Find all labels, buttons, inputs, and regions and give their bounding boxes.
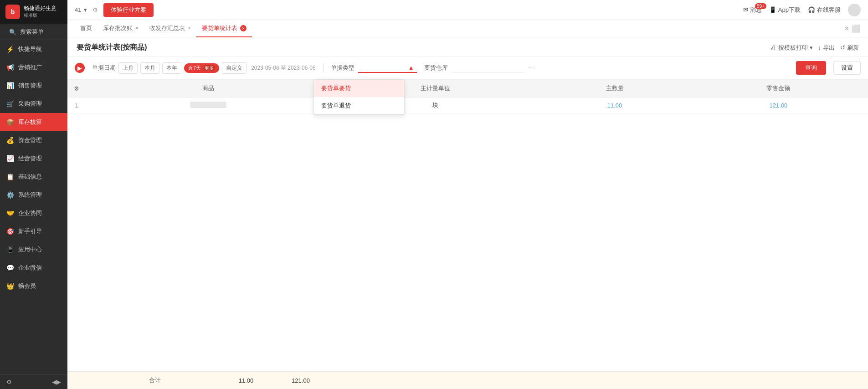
sidebar-item-vip[interactable]: 👑 畅会员: [0, 277, 67, 295]
search-icon: 🔍: [9, 29, 16, 36]
appstore-icon: 📱: [5, 245, 15, 254]
quick-nav-label: 快捷导航: [18, 45, 42, 53]
refresh-button[interactable]: ↺ 刷新: [840, 44, 859, 52]
col-settings[interactable]: ⚙: [67, 80, 86, 97]
store-dropdown-icon: ▾: [84, 6, 87, 13]
sidebar-item-wechat[interactable]: 💬 企业微信: [0, 259, 67, 277]
store-selector[interactable]: 41 ▾: [75, 6, 87, 13]
filter-divider-1: [323, 63, 324, 72]
purchase-label: 采购管理: [18, 100, 42, 108]
tab-order-stats[interactable]: 要货单统计表 ×: [196, 20, 252, 37]
sidebar-item-system[interactable]: ⚙️ 系统管理: [0, 186, 67, 204]
page-title: 要货单统计表(按商品): [77, 43, 147, 52]
finance-icon: 💰: [5, 136, 15, 145]
service-label: 在线客服: [817, 6, 841, 14]
app-download-label: App下载: [778, 6, 801, 14]
marketing-label: 营销推广: [18, 63, 42, 72]
app-icon: 📱: [769, 6, 776, 13]
row-quantity[interactable]: 11.00: [540, 97, 689, 113]
export-button[interactable]: ↓ 导出: [818, 44, 835, 52]
sidebar-item-inventory[interactable]: 📦 库存核算: [0, 113, 67, 131]
app-download[interactable]: 📱 App下载: [769, 6, 801, 14]
sidebar-search[interactable]: 🔍 搜索菜单: [0, 24, 67, 40]
sidebar-item-operations[interactable]: 📈 经营管理: [0, 149, 67, 168]
print-button[interactable]: 🖨 按模板打印 ▾: [770, 44, 813, 52]
warehouse-more-icon[interactable]: ···: [528, 64, 534, 72]
sidebar-collapse-icon[interactable]: ◀▶: [52, 379, 61, 385]
vip-label: 畅会员: [18, 282, 36, 290]
tab-batch-account[interactable]: 库存批次账 ×: [98, 20, 144, 37]
logo-subtitle: 标准版: [24, 12, 56, 19]
this-month-btn[interactable]: 本月: [140, 62, 159, 74]
warehouse-filter-group: 要货仓库 ···: [424, 63, 534, 72]
row-product: [86, 97, 331, 113]
sales-label: 销售管理: [18, 82, 42, 90]
tab-receive-summary-close[interactable]: ×: [188, 25, 191, 31]
guide-icon: 🎯: [5, 227, 15, 236]
custom-date-btn[interactable]: 自定义: [222, 62, 247, 74]
user-avatar[interactable]: [848, 4, 861, 16]
tab-close-all-icon[interactable]: ×: [845, 25, 849, 33]
print-dropdown-icon: ▾: [810, 44, 813, 51]
footer-total-label: 合计: [91, 376, 219, 384]
messages-badge[interactable]: ✉ 消息 99+: [743, 6, 762, 14]
col-quantity: 主数量: [540, 80, 689, 97]
filter-settings-button[interactable]: 设置: [833, 61, 861, 75]
data-table-area: ⚙ 商品 主计量单位 主数量 零售金额: [67, 80, 868, 371]
filter-toggle-btn[interactable]: ▶: [75, 63, 85, 73]
col-amount: 零售金额: [689, 80, 868, 97]
purchase-icon: 🛒: [5, 99, 15, 108]
last-month-btn[interactable]: 上月: [118, 62, 138, 74]
store-num: 41: [75, 6, 81, 13]
header-left: 41 ▾ ⚙ 体验行业方案: [75, 3, 154, 17]
dropdown-item-order-return[interactable]: 要货单退货: [314, 97, 404, 114]
tab-order-stats-label: 要货单统计表: [202, 24, 237, 32]
sidebar-settings-icon[interactable]: ⚙: [6, 379, 12, 385]
sidebar-item-purchase[interactable]: 🛒 采购管理: [0, 95, 67, 113]
date-range-text: 2023-05-06 至 2023-06-06: [251, 64, 315, 72]
operations-icon: 📈: [5, 154, 15, 163]
quick-nav-icon: ⚡: [5, 45, 15, 54]
tab-order-stats-close[interactable]: ×: [240, 25, 247, 31]
sidebar-item-basic[interactable]: 📋 基础信息: [0, 168, 67, 186]
dropdown-item-order-goods-label: 要货单要货: [321, 85, 351, 92]
sidebar: b 畅捷通好生意 标准版 🔍 搜索菜单 ⚡ 快捷导航 📢 营销推广 📊 销售管理…: [0, 0, 67, 389]
tab-receive-summary[interactable]: 收发存汇总表 ×: [144, 20, 196, 37]
sidebar-item-finance[interactable]: 💰 资金管理: [0, 131, 67, 149]
operations-label: 经营管理: [18, 154, 42, 163]
warehouse-input[interactable]: [452, 63, 524, 72]
dropdown-item-order-goods[interactable]: 要货单要货: [314, 80, 404, 97]
marketing-icon: 📢: [5, 63, 15, 72]
query-button[interactable]: 查询: [796, 61, 826, 75]
type-select[interactable]: ▲: [358, 63, 417, 73]
wechat-icon: 💬: [5, 263, 15, 272]
online-service[interactable]: 🎧 在线客服: [808, 6, 841, 14]
tab-batch-account-close[interactable]: ×: [135, 25, 139, 31]
header-gear-icon[interactable]: ⚙: [92, 6, 98, 13]
header-right: ✉ 消息 99+ 📱 App下载 🎧 在线客服: [743, 4, 861, 16]
table-header-row: ⚙ 商品 主计量单位 主数量 零售金额: [67, 80, 868, 97]
chevron-right-icon: ▶: [77, 65, 82, 72]
sidebar-item-sales[interactable]: 📊 销售管理: [0, 77, 67, 95]
tab-expand-icon[interactable]: ⬜: [852, 24, 861, 33]
tab-batch-account-label: 库存批次账: [103, 24, 133, 32]
sales-icon: 📊: [5, 81, 15, 90]
table-footer: 合计 11.00 121.00: [67, 371, 868, 389]
page-header: 要货单统计表(按商品) 🖨 按模板打印 ▾ ↓ 导出 ↺ 刷新: [67, 37, 868, 56]
service-icon: 🎧: [808, 6, 815, 13]
logo-icon: b: [5, 5, 20, 19]
message-icon: ✉: [743, 6, 748, 13]
sidebar-item-enterprise[interactable]: 🤝 企业协同: [0, 204, 67, 222]
date-filter: 单据日期 上月 本月 本年 近7天 更多 自定义 2023-05-06 至 20…: [92, 62, 316, 74]
sidebar-item-guide[interactable]: 🎯 新手引导: [0, 222, 67, 241]
finance-label: 资金管理: [18, 136, 42, 144]
last-7days-btn[interactable]: 近7天 更多: [184, 63, 219, 73]
tab-home[interactable]: 首页: [75, 20, 98, 37]
sidebar-item-quick-nav[interactable]: ⚡ 快捷导航: [0, 40, 67, 58]
type-select-input[interactable]: [361, 64, 406, 71]
trial-button[interactable]: 体验行业方案: [103, 3, 154, 17]
sidebar-item-appstore[interactable]: 📱 应用中心: [0, 241, 67, 259]
sidebar-item-marketing[interactable]: 📢 营销推广: [0, 58, 67, 77]
this-year-btn[interactable]: 本年: [162, 62, 181, 74]
row-amount[interactable]: 121.00: [689, 97, 868, 113]
